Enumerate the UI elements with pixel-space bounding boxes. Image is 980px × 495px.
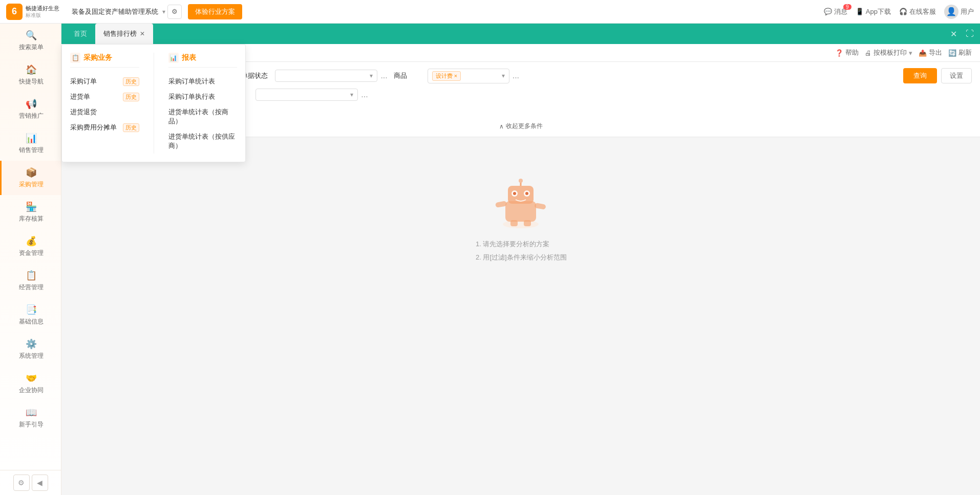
- salesman-select-arrow: ▾: [350, 91, 353, 98]
- settings-icon[interactable]: ⚙: [167, 5, 182, 19]
- tab-fullscreen-icon[interactable]: ⛶: [964, 28, 976, 40]
- status-select-arrow: ▾: [370, 72, 373, 79]
- dropdown-item-goods-return[interactable]: 进货退货: [70, 104, 139, 120]
- sidebar-item-quick-nav[interactable]: 🏠 快捷导航: [0, 58, 61, 92]
- history-badge-0: 历史: [123, 77, 139, 86]
- goods-ellipsis[interactable]: ...: [513, 71, 519, 80]
- tab-bar: 首页 销售排行榜 ✕ ✕ ⛶: [61, 24, 980, 44]
- sidebar-item-basic-info[interactable]: 📑 基础信息: [0, 298, 61, 332]
- query-button[interactable]: 查询: [903, 68, 937, 83]
- dropdown-item-purchase-expense[interactable]: 采购费用分摊单 历史: [70, 120, 139, 135]
- salesman-select[interactable]: ▾: [255, 89, 358, 101]
- purchase-icon: 📦: [26, 167, 37, 178]
- app-download-btn[interactable]: 📱 App下载: [856, 7, 891, 16]
- dropdown-item-goods-in[interactable]: 进货单 历史: [70, 89, 139, 104]
- status-ellipsis[interactable]: ...: [380, 71, 387, 80]
- history-badge-3: 历史: [123, 123, 139, 132]
- sidebar-item-search[interactable]: 🔍 搜索菜单: [0, 24, 61, 58]
- print-icon: 🖨: [865, 49, 871, 57]
- goods-tag: 设计费 ×: [432, 71, 461, 81]
- print-btn[interactable]: 🖨 按模板打印 ▾: [865, 48, 912, 57]
- phone-icon: 📱: [856, 8, 864, 15]
- search-icon: 🔍: [26, 30, 37, 41]
- tab-bar-actions: ✕ ⛶: [947, 28, 976, 40]
- salesman-ellipsis[interactable]: ...: [361, 90, 368, 99]
- empty-text: 请先选择要分析的方案 用[过滤]条件来缩小分析范围: [475, 238, 566, 264]
- sidebar-item-purchase[interactable]: 📦 采购管理: [0, 161, 61, 195]
- svg-rect-9: [495, 201, 507, 208]
- status-select[interactable]: ▾: [275, 70, 377, 82]
- goods-tag-remove[interactable]: ×: [454, 73, 457, 79]
- tab-home[interactable]: 首页: [66, 24, 95, 44]
- refresh-btn[interactable]: 🔄 刷新: [948, 48, 972, 57]
- messages-btn[interactable]: 💬 消息 9: [824, 7, 847, 16]
- inventory-icon: 🏪: [26, 201, 37, 212]
- trial-button[interactable]: 体验行业方案: [188, 4, 242, 19]
- message-icon: 💬: [824, 8, 832, 15]
- goods-filter: 商品 设计费 × ▾ ...: [394, 69, 519, 83]
- online-service-btn[interactable]: 🎧 在线客服: [899, 7, 936, 16]
- report-col-title: 📊 报表: [168, 53, 238, 68]
- status-filter: 单据状态 ▾ ...: [241, 70, 387, 82]
- svg-point-8: [519, 179, 523, 183]
- sidebar-item-operations[interactable]: 📋 经营管理: [0, 264, 61, 298]
- top-bar: 6 畅捷通好生意 标准版 装备及固定资产辅助管理系统 ▾ ⚙ 体验行业方案 💬 …: [0, 0, 980, 24]
- system-icon: ⚙️: [26, 338, 37, 350]
- sidebar-item-finance[interactable]: 💰 资金管理: [0, 229, 61, 264]
- empty-state: 请先选择要分析的方案 用[过滤]条件来缩小分析范围: [61, 137, 980, 305]
- logo-text: 畅捷通好生意 标准版: [26, 5, 59, 18]
- svg-rect-11: [510, 220, 518, 226]
- setting-button[interactable]: 设置: [941, 68, 972, 83]
- home-icon: 🏠: [26, 64, 37, 75]
- svg-point-5: [513, 192, 516, 195]
- dropdown-item-goods-in-stat-supplier[interactable]: 进货单统计表（按供应商）: [168, 129, 238, 154]
- dropdown-divider: [154, 53, 154, 154]
- sidebar-item-sales[interactable]: 📊 销售管理: [0, 126, 61, 161]
- sidebar-item-inventory[interactable]: 🏪 库存核算: [0, 195, 61, 229]
- top-right-area: 💬 消息 9 📱 App下载 🎧 在线客服 👤 用户: [824, 5, 974, 19]
- help-icon: ❓: [835, 49, 843, 57]
- collapse-icon: ∧: [499, 123, 504, 130]
- user-menu-btn[interactable]: 👤 用户: [944, 5, 974, 19]
- goods-select[interactable]: 设计费 × ▾: [428, 69, 509, 83]
- empty-illustration: [490, 178, 551, 229]
- system-title: 装备及固定资产辅助管理系统 ▾: [72, 7, 165, 16]
- purchase-col: 📋 采购业务 采购订单 历史 进货单 历史 进货退货 采购费用分摊单 历史: [70, 53, 139, 154]
- sidebar-item-enterprise[interactable]: 🤝 企业协同: [0, 367, 61, 401]
- tab-sales-rank[interactable]: 销售排行榜 ✕: [95, 24, 153, 44]
- dropdown-item-purchase-order-stat[interactable]: 采购订单统计表: [168, 74, 238, 89]
- finance-icon: 💰: [26, 235, 37, 247]
- purchase-col-icon: 📋: [70, 53, 80, 63]
- sidebar-item-marketing[interactable]: 📢 营销推广: [0, 92, 61, 126]
- guide-icon: 📖: [26, 407, 37, 418]
- svg-point-6: [525, 192, 528, 195]
- basic-info-icon: 📑: [26, 304, 37, 315]
- purchase-dropdown-menu: 📋 采购业务 采购订单 历史 进货单 历史 进货退货 采购费用分摊单 历史: [61, 44, 246, 162]
- purchase-col-title: 📋 采购业务: [70, 53, 139, 68]
- system-title-arrow[interactable]: ▾: [162, 8, 165, 15]
- logo-icon: 6: [6, 4, 23, 20]
- print-arrow-icon: ▾: [909, 49, 912, 57]
- sidebar-item-guide[interactable]: 📖 新手引导: [0, 401, 61, 435]
- tab-close-icon[interactable]: ✕: [140, 30, 145, 37]
- dropdown-item-purchase-order[interactable]: 采购订单 历史: [70, 74, 139, 89]
- sidebar-item-system[interactable]: ⚙️ 系统管理: [0, 332, 61, 367]
- export-icon: 📤: [919, 49, 927, 57]
- logo-area: 6 畅捷通好生意 标准版: [6, 4, 68, 20]
- sidebar-collapse-btn[interactable]: ◀: [32, 475, 48, 491]
- sidebar-bottom: ⚙ ◀: [0, 470, 61, 495]
- content-area: 首页 销售排行榜 ✕ ✕ ⛶ ❓ 帮助 🖨 按模板: [61, 24, 980, 495]
- message-badge: 9: [843, 4, 851, 10]
- export-btn[interactable]: 📤 导出: [919, 48, 942, 57]
- dropdown-item-purchase-order-exec[interactable]: 采购订单执行表: [168, 89, 238, 104]
- goods-select-arrow: ▾: [502, 72, 505, 79]
- main-layout: 🔍 搜索菜单 🏠 快捷导航 📢 营销推广 📊 销售管理 📦 采购管理 🏪 库存核…: [0, 24, 980, 495]
- marketing-icon: 📢: [26, 98, 37, 110]
- sidebar: 🔍 搜索菜单 🏠 快捷导航 📢 营销推广 📊 销售管理 📦 采购管理 🏪 库存核…: [0, 24, 61, 495]
- dropdown-item-goods-in-stat-goods[interactable]: 进货单统计表（按商品）: [168, 104, 238, 129]
- sidebar-settings-btn[interactable]: ⚙: [13, 475, 30, 491]
- operations-icon: 📋: [26, 270, 37, 281]
- sales-icon: 📊: [26, 133, 37, 144]
- help-btn[interactable]: ❓ 帮助: [835, 48, 859, 57]
- tab-close-all-icon[interactable]: ✕: [947, 28, 960, 40]
